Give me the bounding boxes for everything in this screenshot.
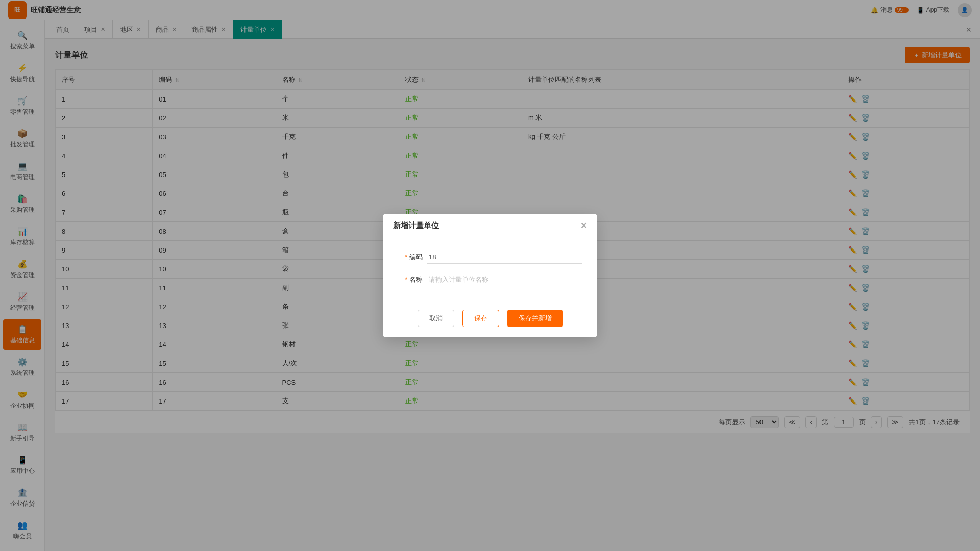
modal-overlay: 新增计量单位 ✕ * 编码 * 名称 取消 保存 保存并新增 (0, 0, 980, 551)
name-input[interactable] (427, 273, 582, 286)
code-input[interactable] (427, 251, 582, 264)
form-row-code: * 编码 (398, 251, 582, 264)
modal-footer: 取消 保存 保存并新增 (383, 304, 597, 337)
add-unit-modal: 新增计量单位 ✕ * 编码 * 名称 取消 保存 保存并新增 (383, 214, 597, 337)
modal-close-btn[interactable]: ✕ (580, 221, 587, 231)
name-required-star: * (405, 276, 407, 283)
cancel-button[interactable]: 取消 (418, 310, 454, 327)
save-and-new-button[interactable]: 保存并新增 (507, 310, 563, 327)
save-button[interactable]: 保存 (462, 310, 499, 327)
modal-title: 新增计量单位 (393, 221, 439, 231)
modal-body: * 编码 * 名称 (383, 238, 597, 304)
modal-header: 新增计量单位 ✕ (383, 214, 597, 238)
code-required-star: * (405, 253, 407, 261)
name-label: * 名称 (398, 275, 427, 284)
code-label: * 编码 (398, 253, 427, 262)
form-row-name: * 名称 (398, 273, 582, 286)
